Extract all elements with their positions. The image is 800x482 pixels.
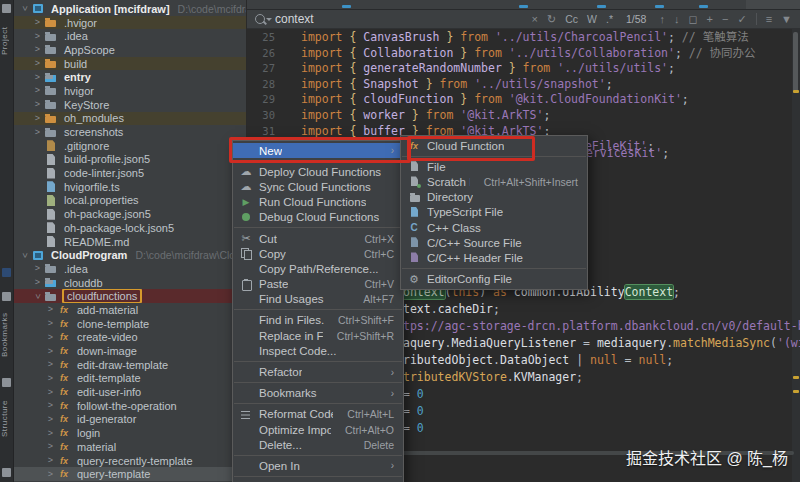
tree-item-cloudfunctions[interactable]: >cloudfunctions [14,289,246,303]
tree-item-idea[interactable]: >.idea [14,29,246,43]
chevron-right-icon[interactable]: > [31,98,44,111]
bottom-tool-icon[interactable] [2,468,11,477]
match-case-toggle[interactable]: Cc [565,13,578,25]
tree-item-edit-draw-template[interactable]: >fxedit-draw-template [14,358,246,372]
tree-item-oh-package-json5[interactable]: oh-package.json5 [14,207,246,221]
menu-item-optimize-imports[interactable]: Optimize ImportsCtrl+Alt+O [233,422,403,437]
tree-item-application-mcifdraw[interactable]: >Application [mcifdraw]D:\code\mcifdraw\… [14,2,246,16]
menu-item-copy[interactable]: CopyCtrl+C [233,246,403,261]
chevron-right-icon[interactable]: > [44,317,57,330]
code-line[interactable]: 26import { Collaboration } from '../util… [247,46,792,62]
chevron-right-icon[interactable]: > [31,276,44,289]
editor-scrollbar[interactable] [792,28,800,482]
project-tool-label[interactable]: Project [0,16,13,66]
tree-item-edit-template[interactable]: >fxedit-template [14,372,246,386]
menu-item-paste[interactable]: PasteCtrl+V [233,277,403,292]
tree-item-edit-user-info[interactable]: >fxedit-user-info [14,385,246,399]
code-line[interactable]: 30import { worker } from '@kit.ArkTS'; [247,108,792,124]
search-clear-icon[interactable]: × [532,13,538,25]
tree-item-cloudprogram[interactable]: >CloudProgramD:\code\mcifdraw\CloudProgr… [14,248,246,262]
submenu-item-scratch-file[interactable]: Scratch FileCtrl+Alt+Shift+Insert [401,174,587,189]
menu-item-bookmarks[interactable]: Bookmarks› [233,386,403,401]
menu-item-reformat-code[interactable]: Reformat CodeCtrl+Alt+L [233,407,403,422]
tree-item-clouddb[interactable]: >clouddb [14,276,246,290]
chevron-right-icon[interactable]: > [31,262,44,275]
tree-item-material[interactable]: >fxmaterial [14,440,246,454]
search-input[interactable]: context [275,12,314,26]
chevron-right-icon[interactable]: > [44,413,57,426]
chevron-right-icon[interactable]: > [31,112,44,125]
open-in-find-window-icon[interactable]: ◻ [688,13,697,26]
menu-item-copy-path-reference[interactable]: Copy Path/Reference... [233,261,403,276]
tree-item-add-material[interactable]: >fxadd-material [14,303,246,317]
bookmarks-tool-icon[interactable] [2,292,11,301]
tree-item-clone-template[interactable]: >fxclone-template [14,317,246,331]
menu-item-debug-cloud-functions[interactable]: Debug Cloud Functions [233,210,403,225]
menu-item-delete[interactable]: Delete...Delete [233,437,403,452]
tree-item-hvigorfile-ts[interactable]: hvigorfile.ts [14,180,246,194]
tree-item-gitignore[interactable]: .gitignore [14,139,246,153]
submenu-item-cloud-function[interactable]: Cloud Function [401,138,587,153]
chevron-right-icon[interactable]: > [44,331,57,344]
chevron-right-icon[interactable]: > [44,386,57,399]
code-line[interactable]: 28import { Snapshot } from '../utils/sna… [247,77,792,93]
code-line[interactable]: 29import { cloudFunction } from '@kit.Cl… [247,92,792,108]
previous-match-icon[interactable]: ↑ [659,13,665,25]
regex-toggle[interactable]: .* [606,13,613,25]
chevron-right-icon[interactable]: > [44,303,57,316]
menu-item-replace-in-files[interactable]: Replace in Files...Ctrl+Shift+R [233,328,403,343]
chevron-right-icon[interactable]: > [44,440,57,453]
submenu-item-editorconfig-file[interactable]: EditorConfig File [401,272,587,287]
add-occurrence-icon[interactable]: + [707,13,713,25]
tree-item-readme-md[interactable]: README.md [14,235,246,249]
filter-options-icon[interactable]: ≡ [766,13,772,25]
structure-tool-icon[interactable] [2,378,11,387]
search-history-icon[interactable]: ↻ [547,13,556,26]
chevron-right-icon[interactable]: > [44,345,57,358]
project-tool-icon[interactable] [2,4,11,13]
tree-item-query-template[interactable]: >fxquery-template [14,467,246,481]
chevron-right-icon[interactable]: > [44,358,57,371]
tree-item-hvigor[interactable]: >.hvigor [14,16,246,30]
next-match-icon[interactable]: ↓ [674,13,680,25]
submenu-item-c-class[interactable]: C++ Class [401,220,587,235]
menu-item-run-cloud-functions[interactable]: Run Cloud Functions [233,195,403,210]
tree-item-build-profile-json5[interactable]: build-profile.json5 [14,153,246,167]
submenu-item-directory[interactable]: Directory [401,190,587,205]
whole-words-toggle[interactable]: W [587,13,597,25]
submenu-item-c-c-source-file[interactable]: C/C++ Source File [401,235,587,250]
submenu-item-c-c-header-file[interactable]: C/C++ Header File [401,250,587,265]
tree-item-code-linter-json5[interactable]: code-linter.json5 [14,166,246,180]
tree-item-oh-package-lock-json5[interactable]: oh-package-lock.json5 [14,221,246,235]
chevron-right-icon[interactable]: > [31,84,44,97]
menu-item-refactor[interactable]: Refactor› [233,364,403,379]
tree-item-appscope[interactable]: >AppScope [14,43,246,57]
tree-item-idea[interactable]: >.idea [14,262,246,276]
active-tab-fragment[interactable] [746,0,800,9]
tree-item-keystore[interactable]: >KeyStore [14,98,246,112]
chevron-right-icon[interactable]: > [31,71,44,84]
menu-item-new[interactable]: New› [233,143,403,158]
menu-item-open-in[interactable]: Open In› [233,458,403,473]
chevron-right-icon[interactable]: > [31,16,44,29]
menu-item-inspect-code[interactable]: Inspect Code... [233,343,403,358]
chevron-right-icon[interactable]: > [44,399,57,412]
tree-item-hvigor[interactable]: >hvigor [14,84,246,98]
tree-item-id-generator[interactable]: >fxid-generator [14,413,246,427]
chevron-right-icon[interactable]: > [44,372,57,385]
chevron-right-icon[interactable]: > [31,57,44,70]
tool-strip-icon[interactable] [2,268,11,277]
filter-icon[interactable]: ▼ [781,13,792,25]
tree-item-login[interactable]: >fxlogin [14,426,246,440]
chevron-right-icon[interactable]: > [44,427,57,440]
tree-item-create-video[interactable]: >fxcreate-video [14,331,246,345]
menu-item-find-in-files[interactable]: Find in Files...Ctrl+Shift+F [233,313,403,328]
chevron-right-icon[interactable]: > [31,43,44,56]
code-line[interactable]: 27import { generateRandomNumber } from '… [247,61,792,77]
menu-item-find-usages[interactable]: Find UsagesAlt+F7 [233,292,403,307]
chevron-right-icon[interactable]: > [44,468,57,481]
select-all-occurrences-icon[interactable]: ✓ [737,13,746,26]
submenu-item-typescript-file[interactable]: TypeScript File [401,205,587,220]
remove-occurrence-icon[interactable]: − [722,13,728,25]
chevron-down-icon[interactable]: > [18,249,31,262]
